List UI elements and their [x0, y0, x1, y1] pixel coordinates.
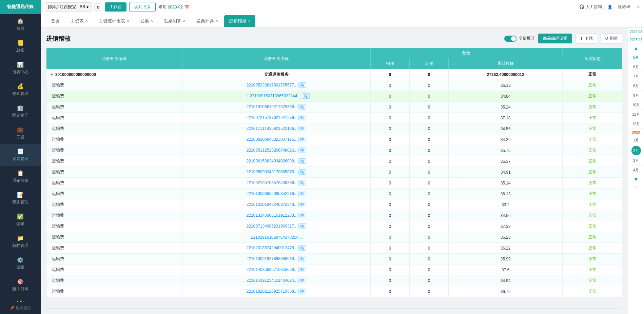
sidebar-item-home[interactable]: 🏠 首页: [0, 14, 41, 36]
tab-salary-table[interactable]: 工资表 ✕: [66, 15, 93, 27]
calendar-icon[interactable]: 📅: [184, 5, 189, 9]
cell-code[interactable]: 221011111435921522106... 吨: [182, 123, 370, 134]
heart-icon[interactable]: ♡: [632, 184, 640, 192]
cell-code[interactable]: 221014191254101434024... 吨: [182, 275, 370, 286]
code-link[interactable]: 221005233817801765677...: [247, 83, 297, 87]
company-selector[interactable]: (勿动) 江西报宝-LSS ▾: [45, 2, 92, 12]
code-link[interactable]: 221010091927898386918...: [247, 256, 297, 261]
right-panel-month-4[interactable]: 4月: [628, 165, 644, 175]
code-link[interactable]: 221013101943240375948...: [247, 202, 297, 207]
workspace-button[interactable]: 工作台: [105, 2, 126, 12]
close-button[interactable]: ×: [637, 4, 640, 10]
cell-code[interactable]: 221019103619217075366... 吨: [182, 102, 370, 113]
sidebar-item-archive[interactable]: 📁 归档管理: [0, 231, 41, 253]
cell-code[interactable]: 221018202126925719588... 吨: [182, 286, 370, 297]
expand-icon[interactable]: ▼: [50, 72, 54, 77]
code-link[interactable]: 221009150313965922244...: [250, 94, 300, 98]
code-link[interactable]: 221005112528266748026...: [247, 148, 297, 153]
sidebar-item-salary[interactable]: 💼 工资: [0, 122, 41, 144]
refresh-button[interactable]: ↺ 刷新: [601, 33, 622, 44]
right-panel-month-7[interactable]: 7月: [628, 72, 644, 81]
expand-toggle[interactable]: [504, 36, 516, 42]
cell-code[interactable]: 221014085935710353668... 吨: [182, 264, 370, 275]
right-panel-month-2-active[interactable]: 2月: [631, 146, 641, 155]
cell-code[interactable]: 221005233817801765677... 吨: [182, 80, 370, 91]
cell-code[interactable]: 221010091927898386918... 吨: [182, 254, 370, 264]
code-link[interactable]: 221013093652085352216...: [247, 191, 297, 196]
nav-up-button[interactable]: ▲: [632, 44, 640, 53]
sidebar-item-ledger[interactable]: 📒 总账: [0, 36, 41, 57]
cell-code[interactable]: 221007134905231969317... 吨: [182, 221, 370, 232]
code-link[interactable]: 221007134905231969317...: [247, 224, 297, 229]
tab-close-icon[interactable]: ✕: [215, 19, 218, 23]
code-link[interactable]: 221007215737621941276...: [247, 115, 297, 120]
cell-code[interactable]: 221013101943240375948... 吨: [182, 199, 370, 210]
code-link[interactable]: 221002155703576436336...: [247, 180, 297, 185]
service-button[interactable]: 🎧 人工咨询: [579, 4, 602, 10]
tab-salary-report[interactable]: 工资统计报表 ✕: [94, 15, 134, 27]
topbar: (勿动) 江西报宝-LSS ▾ ⧉ 工作台 切到旧版 账期 2023-02 📅 …: [41, 0, 644, 14]
copy-button[interactable]: ⧉: [94, 3, 102, 11]
tab-home[interactable]: 首页: [46, 15, 64, 27]
right-panel-month-5[interactable]: 5月: [628, 53, 644, 62]
nav-down-button[interactable]: ▼: [632, 175, 640, 184]
tab-close-icon[interactable]: ✕: [126, 19, 129, 23]
cell-code[interactable]: 221013140308161912233... 吨: [182, 210, 370, 221]
cell-code[interactable]: 221006150834034026888... 吨: [182, 156, 370, 167]
download-button[interactable]: ⬇ 下载: [575, 33, 597, 44]
tab-close-icon[interactable]: ✕: [248, 19, 251, 23]
sidebar-item-report[interactable]: 📊 报表中心: [0, 57, 41, 79]
right-panel-month-3[interactable]: 3月: [628, 156, 644, 165]
sidebar-item-vip[interactable]: 👑 畅会员: [0, 296, 41, 302]
right-panel-month-12[interactable]: 12月: [628, 119, 644, 129]
tab-invoice-open[interactable]: 发票开具 ✕: [192, 15, 223, 27]
right-panel-month-6[interactable]: 6月: [628, 62, 644, 72]
back-button[interactable]: 切到旧版: [129, 2, 156, 12]
tab-close-icon[interactable]: ✕: [150, 19, 153, 23]
cell-code[interactable]: 221005090343170865876... 吨: [182, 167, 370, 178]
product-code-settings-button[interactable]: 商品编码设置: [538, 34, 572, 43]
sidebar-item-tax[interactable]: 📝 税务管理: [0, 188, 41, 209]
code-link[interactable]: 221019161029764373254...: [251, 235, 302, 240]
cell-code[interactable]: 221020135742940012478... 吨: [182, 243, 370, 254]
code-link[interactable]: 221014085935710353668...: [247, 267, 297, 272]
sidebar-item-capital[interactable]: 💰 资金管理: [0, 79, 41, 101]
cell-code[interactable]: 221002155703576436336... 吨: [182, 178, 370, 189]
tab-invoice-calc[interactable]: 发票测算 ✕: [159, 15, 190, 27]
sidebar-item-invoice[interactable]: 🧾 发票管理: [0, 144, 41, 166]
sidebar-unpin-button[interactable]: 📌 取消固定: [0, 302, 41, 314]
code-link[interactable]: 221020135742940012478...: [247, 246, 297, 250]
code-link[interactable]: 221014191254101434024...: [247, 278, 297, 283]
col-sales: 销项: [370, 58, 409, 69]
code-link[interactable]: 221005090343170865876...: [247, 170, 297, 174]
code-link[interactable]: 221011111435921522106...: [247, 126, 297, 131]
right-panel-month-11[interactable]: 11月: [628, 110, 644, 119]
file-icon[interactable]: 📄: [243, 94, 248, 98]
code-link[interactable]: 221018202126925719588...: [247, 289, 297, 294]
tab-sales-check[interactable]: 进销稽核 ✕: [224, 15, 255, 27]
sidebar-item-guide[interactable]: 🎯 新手引导: [0, 274, 41, 296]
right-panel-month-8[interactable]: 8月: [628, 81, 644, 91]
tab-invoice[interactable]: 发票 ✕: [135, 15, 158, 27]
sidebar-item-settings[interactable]: ⚙️ 设置: [0, 253, 41, 274]
sidebar-item-asset[interactable]: 🏢 固定资产: [0, 101, 41, 122]
tab-close-icon[interactable]: ✕: [183, 19, 186, 23]
cell-status: 正常: [563, 189, 622, 199]
sidebar-item-settle[interactable]: ✅ 结账: [0, 209, 41, 231]
cell-code[interactable]: 221008100945323037176... 吨: [182, 134, 370, 145]
right-panel-month-9[interactable]: 9月: [628, 91, 644, 100]
cell-code[interactable]: 221007215737621941276... 吨: [182, 113, 370, 123]
code-link[interactable]: 221008100945323037176...: [247, 137, 297, 142]
tab-close-icon[interactable]: ✕: [85, 19, 88, 23]
right-panel-month-10[interactable]: 10月: [628, 100, 644, 110]
code-link[interactable]: 221019103619217075366...: [247, 104, 297, 109]
code-link[interactable]: 221006150834034026888...: [247, 159, 297, 163]
sidebar-item-sales[interactable]: 📋 进销台账: [0, 166, 41, 188]
code-link[interactable]: 221013140308161912233...: [247, 213, 297, 218]
cell-sales: 0: [370, 178, 409, 189]
cell-code[interactable]: 📄221009150313965922244... 吨: [182, 91, 370, 102]
cell-code[interactable]: 221005112528266748026... 吨: [182, 145, 370, 156]
right-panel-month-1[interactable]: 1月: [628, 136, 644, 145]
cell-code[interactable]: 221019161029764373254...: [182, 232, 370, 243]
cell-code[interactable]: 221013093652085352216... 吨: [182, 189, 370, 199]
